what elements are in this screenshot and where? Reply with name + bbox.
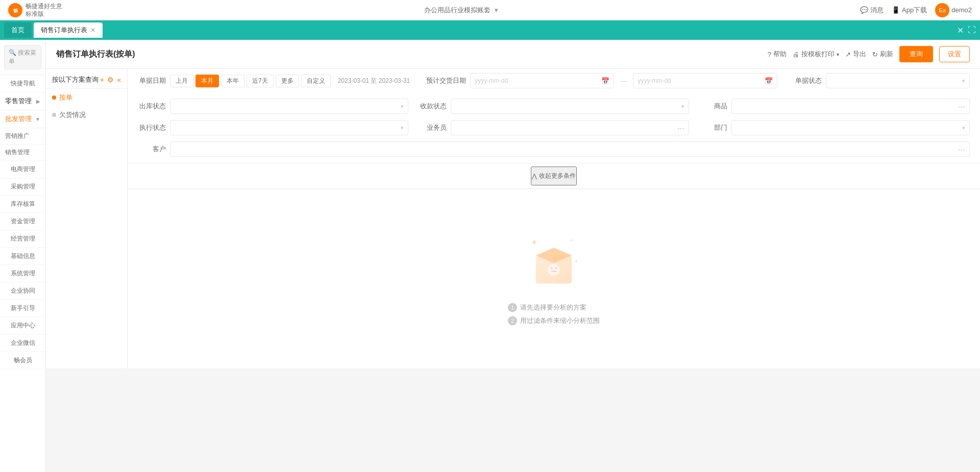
breadcrumb-arrow-icon[interactable]: ▾ [495,6,498,14]
main-layout: 🔍 搜索菜单 快捷导航 零售管理 ▶ 批发管理 ▼ 营销推广 销售管理 电商管理… [0,40,980,472]
status-select[interactable]: ▾ [826,73,970,88]
add-scheme-icon[interactable]: + [100,76,104,84]
help-btn[interactable]: ? 帮助 [768,50,787,59]
retail-arrow-icon: ▶ [36,99,40,104]
this-month-btn[interactable]: 本月 [195,75,219,87]
svg-point-11 [555,268,557,269]
receipt-status-filter: 收款状态 ▾ [419,99,689,114]
sidebar-item-marketing[interactable]: 营销推广 [0,128,45,145]
fullscreen-icon[interactable]: ⛶ [968,26,976,35]
tab-bar: 首页 销售订单执行表 ✕ ✕ ⛶ [0,20,980,40]
salesperson-input[interactable]: ··· [451,120,689,135]
scheme-item-arrears[interactable]: 欠货情况 [46,106,127,124]
sidebar-item-app-center[interactable]: 应用中心 [0,317,45,335]
top-bar-left: 畅 畅捷通好生意 标准版 [8,3,62,17]
page-title-row: 销售订单执行表(按单) ? 帮助 🖨 按模板打印 ▾ ↗ 导出 [56,46,970,62]
status-arrow-icon: ▾ [962,78,965,84]
sidebar-item-wholesale[interactable]: 批发管理 ▼ [0,110,45,128]
goods-label: 商品 [699,102,727,111]
out-status-select[interactable]: ▾ [170,99,408,114]
status-label: 单据状态 [794,76,822,85]
print-arrow-icon: ▾ [837,52,839,57]
out-status-label: 出库状态 [138,102,166,111]
expected-delivery-label: 预计交货日期 [426,76,466,85]
collapse-chevron-icon: ⋀ [532,173,537,180]
sidebar-item-enterprise-wechat[interactable]: 企业微信 [0,335,45,352]
arrears-icon [52,113,56,117]
sidebar-item-inventory[interactable]: 库存核算 [0,196,45,213]
panel-left-header: 按以下方案查询 + ⚙ « [46,75,127,89]
page-title: 销售订单执行表(按单) [56,49,135,60]
close-window-icon[interactable]: ✕ [957,26,964,35]
expected-date-to[interactable]: yyyy-mm-dd 📅 [633,73,777,88]
this-year-btn[interactable]: 本年 [221,75,244,87]
sales-order-tab-label: 销售订单执行表 [41,26,87,35]
sidebar-item-retail[interactable]: 零售管理 ▶ [0,92,45,110]
sidebar-item-sales-mgmt[interactable]: 销售管理 [0,145,45,161]
sidebar-item-operations[interactable]: 经营管理 [0,230,45,248]
goods-more-icon: ··· [958,103,965,110]
svg-text:✦: ✦ [574,258,578,264]
more-dates-btn[interactable]: 更多 [276,75,299,87]
expected-date-from[interactable]: yyyy-mm-dd 📅 [470,73,614,88]
export-btn[interactable]: ↗ 导出 [845,50,866,59]
sidebar-item-member[interactable]: 畅会员 [0,352,45,369]
collapse-filters-btn[interactable]: ⋀ 收起更多条件 [531,167,577,185]
top-bar-breadcrumb[interactable]: 办公用品行业模拟账套 ▾ [424,6,498,15]
sidebar-item-ecommerce[interactable]: 电商管理 [0,161,45,178]
out-status-arrow-icon: ▾ [401,103,404,110]
date-btn-group: 上月 本月 本年 近7天 更多 自定义 [170,75,331,87]
collapse-row: ⋀ 收起更多条件 [128,163,980,188]
svg-text:✦: ✦ [531,238,537,247]
sidebar-item-enterprise-collab[interactable]: 企业协同 [0,282,45,300]
help-icon: ? [768,51,771,58]
empty-state: ✦ ✦ ✦ 1 请先选择要分析的方案 [128,189,980,368]
customer-label: 客户 [138,145,166,154]
print-icon: 🖨 [793,51,799,58]
scheme-dot-icon [52,96,56,100]
goods-filter: 商品 ··· [699,99,970,114]
user-menu[interactable]: Ea demo2 [935,3,972,17]
sidebar-item-quick-nav[interactable]: 快捷导航 [0,75,45,92]
customer-filter-row: 客户 ··· [128,141,980,161]
export-icon: ↗ [845,51,851,58]
sidebar-item-base-info[interactable]: 基础信息 [0,248,45,265]
sidebar-item-new-guide[interactable]: 新手引导 [0,300,45,317]
exec-status-filter: 执行状态 ▾ [138,120,408,135]
collapse-panel-icon[interactable]: « [117,76,121,84]
template-print-btn[interactable]: 🖨 按模板打印 ▾ [793,50,839,59]
search-menu-btn[interactable]: 🔍 搜索菜单 [4,45,41,69]
sidebar-item-system[interactable]: 系统管理 [0,265,45,282]
content-area: 销售订单执行表(按单) ? 帮助 🖨 按模板打印 ▾ ↗ 导出 [46,40,980,472]
last-7-days-btn[interactable]: 近7天 [247,75,274,87]
search-button[interactable]: 查询 [899,46,933,62]
salesperson-more-icon: ··· [677,124,684,132]
left-panel: 按以下方案查询 + ⚙ « 按单 欠货情况 [46,69,128,368]
filter-grid-row2: 执行状态 ▾ 业务员 ··· [128,120,980,141]
date-separator: — [618,77,629,85]
sidebar-item-purchase[interactable]: 采购管理 [0,178,45,196]
dept-select[interactable]: ▾ [731,120,970,135]
exec-status-select[interactable]: ▾ [170,120,408,135]
tab-close-icon[interactable]: ✕ [90,27,95,34]
receipt-status-select[interactable]: ▾ [451,99,689,114]
app-download-btn[interactable]: 📱 App下载 [892,6,927,15]
logo-area: 畅 畅捷通好生意 标准版 [8,3,62,17]
settings-button[interactable]: 设置 [939,46,970,62]
panel-left-icons: + ⚙ « [100,76,121,84]
last-month-btn[interactable]: 上月 [170,75,193,87]
svg-text:✦: ✦ [569,237,574,244]
tab-home[interactable]: 首页 [4,22,32,38]
sidebar-item-finance[interactable]: 资金管理 [0,213,45,230]
message-btn[interactable]: 💬 消息 [860,6,884,15]
wholesale-arrow-icon: ▼ [35,116,40,122]
customer-input[interactable]: ··· [170,141,970,157]
scheme-item-sales-order[interactable]: 按单 [46,89,127,106]
tab-sales-order[interactable]: 销售订单执行表 ✕ [34,22,103,38]
salesperson-label: 业务员 [419,123,447,132]
custom-date-btn[interactable]: 自定义 [301,75,331,87]
settings-scheme-icon[interactable]: ⚙ [107,76,114,84]
panel-left-title: 按以下方案查询 [52,75,99,84]
goods-input[interactable]: ··· [731,99,970,114]
refresh-btn[interactable]: ↻ 刷新 [872,50,893,59]
